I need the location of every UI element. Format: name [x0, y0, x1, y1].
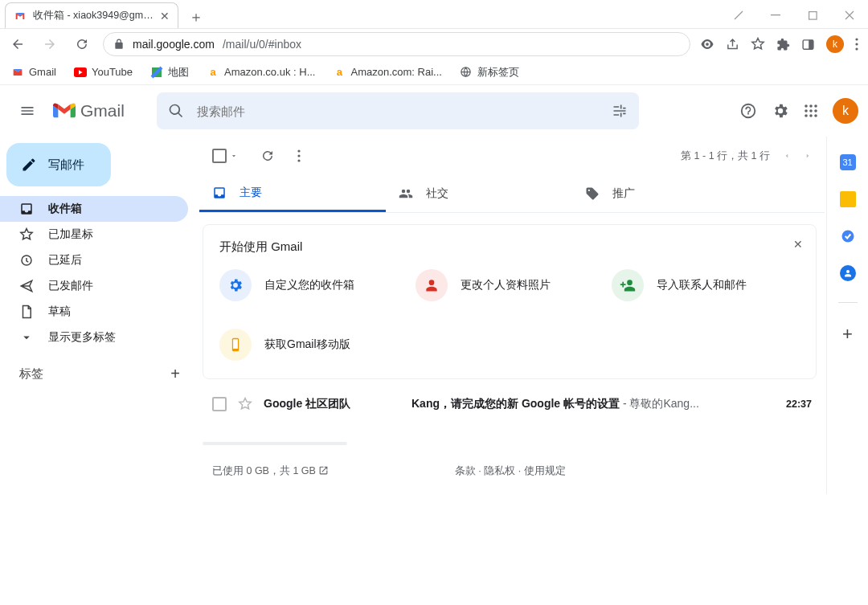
share-icon[interactable] — [726, 38, 739, 51]
bookmark-gmail[interactable]: Gmail — [11, 66, 56, 79]
maps-icon — [150, 66, 163, 79]
close-window-icon[interactable] — [831, 2, 868, 28]
svg-point-17 — [805, 114, 808, 117]
search-input[interactable] — [197, 104, 599, 118]
people-icon — [399, 186, 413, 201]
calendar-icon[interactable]: 31 — [840, 154, 856, 170]
minimize-icon[interactable] — [757, 2, 794, 28]
keep-icon[interactable] — [840, 191, 856, 207]
search-bar[interactable] — [157, 92, 639, 129]
svg-rect-1 — [809, 11, 817, 19]
compose-label: 写邮件 — [48, 157, 84, 173]
settings-gear-icon[interactable] — [772, 102, 789, 120]
separator — [838, 302, 858, 303]
svg-point-22 — [297, 154, 300, 157]
restore-down-icon[interactable] — [720, 2, 757, 28]
star-icon — [19, 227, 35, 242]
tag-icon — [585, 186, 600, 201]
chevron-down-icon — [19, 330, 35, 345]
extensions-icon[interactable] — [776, 38, 790, 51]
gear-icon — [219, 269, 252, 301]
tab-primary[interactable]: 主要 — [199, 175, 386, 212]
eye-icon[interactable] — [700, 37, 714, 51]
bookmark-amazon-com[interactable]: aAmazon.com: Rai... — [333, 66, 441, 79]
storage-bar — [203, 442, 347, 445]
svg-point-12 — [809, 104, 813, 108]
back-button[interactable] — [6, 33, 29, 55]
search-options-icon[interactable] — [612, 103, 628, 119]
send-icon — [19, 279, 35, 293]
tile-customize-inbox[interactable]: 自定义您的收件箱 — [219, 269, 380, 301]
add-label-button[interactable]: + — [170, 365, 180, 383]
url-host: mail.google.com — [133, 38, 215, 51]
labels-heading: 标签 — [19, 366, 43, 382]
tab-close-icon[interactable]: ✕ — [160, 10, 170, 22]
main-menu-button[interactable] — [10, 93, 45, 129]
message-row[interactable]: Google 社区团队 Kang，请完成您的新 Google 帐号的设置 - 尊… — [199, 390, 825, 418]
tile-get-mobile[interactable]: 获取Gmail移动版 — [219, 329, 380, 361]
tasks-icon[interactable] — [840, 228, 856, 244]
gmail-logo[interactable]: Gmail — [53, 101, 125, 121]
category-tabs: 主要 社交 推广 — [199, 175, 825, 213]
footer-links[interactable]: 条款 · 隐私权 · 使用规定 — [335, 464, 685, 478]
bookmark-star-icon[interactable] — [751, 37, 765, 51]
next-page-button[interactable] — [804, 150, 812, 161]
svg-point-13 — [814, 104, 817, 108]
nav-snoozed[interactable]: 已延后 — [0, 247, 188, 273]
tab-social[interactable]: 社交 — [386, 175, 572, 212]
tab-promotions[interactable]: 推广 — [572, 175, 759, 212]
kebab-menu-icon[interactable] — [855, 38, 858, 51]
browser-tab[interactable]: 收件箱 - xiaok3949@gmail.com ✕ — [5, 2, 178, 28]
welcome-title: 开始使用 Gmail — [219, 239, 800, 255]
compose-button[interactable]: 写邮件 — [6, 143, 111, 186]
url-input[interactable]: mail.google.com/mail/u/0/#inbox — [103, 32, 690, 56]
bookmark-newtab[interactable]: 新标签页 — [460, 65, 519, 80]
welcome-card: 开始使用 Gmail ✕ 自定义您的收件箱 更改个人资料照片 导入联系人和邮件 … — [203, 224, 817, 379]
gmail-brand-text: Gmail — [80, 101, 125, 121]
apps-grid-icon[interactable] — [804, 104, 818, 118]
svg-point-6 — [855, 43, 858, 45]
url-path: /mail/u/0/#inbox — [223, 38, 301, 51]
bookmark-youtube[interactable]: YouTube — [74, 66, 133, 79]
account-avatar[interactable]: k — [833, 98, 858, 124]
nav-inbox[interactable]: 收件箱 — [0, 196, 188, 222]
gmail-favicon-icon — [14, 10, 27, 22]
globe-icon — [460, 66, 473, 79]
tile-import-contacts[interactable]: 导入联系人和邮件 — [612, 269, 772, 301]
nav-drafts[interactable]: 草稿 — [0, 299, 188, 325]
more-actions-icon[interactable] — [297, 149, 301, 162]
forward-button[interactable] — [39, 33, 61, 55]
help-icon[interactable] — [739, 102, 757, 120]
lock-icon — [113, 39, 125, 50]
gmail-logo-icon — [53, 102, 76, 120]
phone-icon — [219, 329, 252, 361]
profile-avatar[interactable]: k — [826, 35, 844, 53]
sidepanel-toggle-icon[interactable] — [801, 38, 815, 51]
welcome-close-button[interactable]: ✕ — [793, 238, 803, 251]
nav-starred[interactable]: 已加星标 — [0, 222, 188, 247]
reload-button[interactable] — [71, 33, 93, 55]
select-all-checkbox[interactable] — [212, 149, 238, 163]
maximize-icon[interactable] — [794, 2, 831, 28]
contacts-icon[interactable] — [840, 265, 856, 281]
tile-change-photo[interactable]: 更改个人资料照片 — [416, 269, 576, 301]
pagination-range: 第 1 - 1 行，共 1 行 — [681, 149, 770, 163]
storage-text[interactable]: 已使用 0 GB，共 1 GB — [212, 464, 329, 478]
svg-point-21 — [297, 149, 300, 152]
youtube-icon — [74, 66, 87, 79]
new-tab-button[interactable]: ＋ — [185, 6, 207, 28]
nav-more[interactable]: 显示更多标签 — [0, 325, 188, 350]
refresh-button[interactable] — [260, 149, 275, 163]
nav-sent[interactable]: 已发邮件 — [0, 273, 188, 299]
side-panel: 31 + — [826, 137, 868, 494]
gmail-header: Gmail k — [0, 85, 868, 137]
svg-rect-4 — [809, 39, 813, 48]
person-icon — [416, 269, 448, 301]
bookmark-amazon-uk[interactable]: aAmazon.co.uk : H... — [207, 66, 315, 79]
star-icon[interactable] — [238, 397, 252, 411]
message-checkbox[interactable] — [212, 397, 227, 411]
prev-page-button[interactable] — [783, 150, 791, 161]
bookmark-maps[interactable]: 地图 — [150, 65, 189, 80]
add-addon-button[interactable]: + — [842, 324, 853, 345]
message-time: 22:37 — [786, 399, 812, 410]
